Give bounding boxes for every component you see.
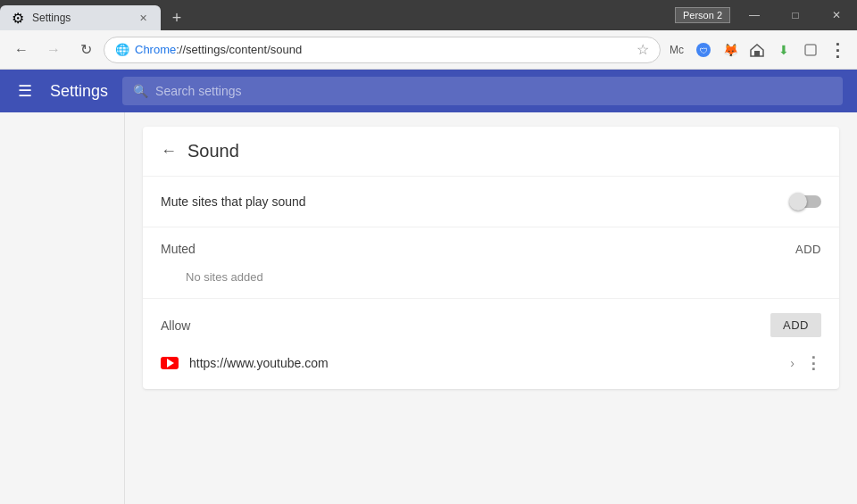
ext-btn-2[interactable]: 🛡	[691, 37, 716, 62]
site-expand-icon[interactable]: ›	[790, 356, 795, 370]
hamburger-menu-button[interactable]: ☰	[14, 78, 36, 104]
active-tab[interactable]: ⚙ Settings ✕	[0, 5, 161, 30]
chrome-menu-button[interactable]: ⋮	[825, 37, 850, 62]
title-bar-left: ⚙ Settings ✕ +	[0, 0, 675, 30]
muted-section-label: Muted	[161, 242, 196, 256]
address-bar-icon: 🌐	[115, 43, 129, 56]
person-badge[interactable]: Person 2	[675, 7, 730, 23]
allow-section-label: Allow	[161, 318, 190, 333]
title-bar: ⚙ Settings ✕ + Person 2 — □ ✕	[0, 0, 857, 30]
muted-section-header: Muted ADD	[143, 227, 839, 263]
yt-icon	[161, 357, 179, 369]
mute-label: Mute sites that play sound	[161, 194, 306, 209]
site-more-button[interactable]: ⋮	[805, 353, 821, 373]
svg-rect-3	[805, 45, 816, 55]
ext-btn-3[interactable]: 🦊	[718, 37, 743, 62]
sound-back-button[interactable]: ←	[161, 142, 177, 161]
muted-add-button[interactable]: ADD	[795, 243, 821, 256]
svg-text:🛡: 🛡	[700, 46, 708, 55]
search-settings-input[interactable]	[155, 84, 832, 98]
ext-btn-1[interactable]: Mc	[664, 37, 689, 62]
forward-button[interactable]: →	[39, 36, 68, 64]
sidebar	[0, 112, 125, 504]
tab-area: ⚙ Settings ✕ +	[0, 0, 189, 30]
tab-title: Settings	[32, 12, 130, 24]
url-prefix: Chrome	[135, 43, 176, 56]
site-url: https://www.youtube.com	[189, 356, 779, 370]
allow-section: Allow ADD https://www.youtube.com › ⋮	[143, 299, 839, 389]
sound-header: ← Sound	[143, 127, 839, 177]
close-button[interactable]: ✕	[816, 0, 857, 30]
maximize-button[interactable]: □	[775, 0, 816, 30]
sound-page-title: Sound	[187, 141, 239, 161]
yt-play-icon	[167, 359, 174, 368]
settings-search-box[interactable]: 🔍	[122, 77, 843, 105]
reload-button[interactable]: ↻	[71, 36, 100, 64]
address-bar[interactable]: 🌐 Chrome://settings/content/sound ☆	[104, 37, 661, 63]
nav-bar: ← → ↻ 🌐 Chrome://settings/content/sound …	[0, 30, 857, 70]
sound-card: ← Sound Mute sites that play sound Muted…	[143, 127, 839, 389]
svg-rect-2	[754, 51, 760, 56]
toggle-knob	[789, 193, 807, 211]
settings-header: ☰ Settings 🔍	[0, 70, 857, 112]
new-tab-button[interactable]: +	[164, 5, 189, 30]
content-area: ← Sound Mute sites that play sound Muted…	[125, 112, 857, 504]
tab-favicon-icon: ⚙	[11, 11, 25, 25]
bookmark-icon[interactable]: ☆	[637, 41, 649, 58]
mute-toggle[interactable]	[791, 195, 821, 208]
youtube-favicon-icon	[161, 354, 179, 372]
settings-title: Settings	[50, 82, 108, 101]
address-text: Chrome://settings/content/sound	[135, 43, 631, 56]
mute-row: Mute sites that play sound	[143, 177, 839, 227]
no-sites-text: No sites added	[143, 263, 839, 298]
muted-section: Muted ADD No sites added	[143, 227, 839, 298]
tab-close-button[interactable]: ✕	[136, 11, 150, 25]
table-row: https://www.youtube.com › ⋮	[143, 344, 839, 382]
minimize-button[interactable]: —	[734, 0, 775, 30]
back-button[interactable]: ←	[7, 36, 36, 64]
url-path: ://settings/content/sound	[176, 43, 302, 56]
allow-section-header: Allow ADD	[143, 299, 839, 344]
ext-btn-4[interactable]	[745, 37, 770, 62]
extensions-area: Mc 🛡 🦊 ⬇ ⋮	[664, 37, 850, 62]
ext-btn-5[interactable]: ⬇	[771, 37, 796, 62]
allow-add-button[interactable]: ADD	[770, 313, 821, 337]
title-bar-right: Person 2 — □ ✕	[675, 0, 857, 30]
main-layout: ← Sound Mute sites that play sound Muted…	[0, 112, 857, 504]
search-icon: 🔍	[133, 84, 148, 98]
ext-btn-6[interactable]	[798, 37, 823, 62]
